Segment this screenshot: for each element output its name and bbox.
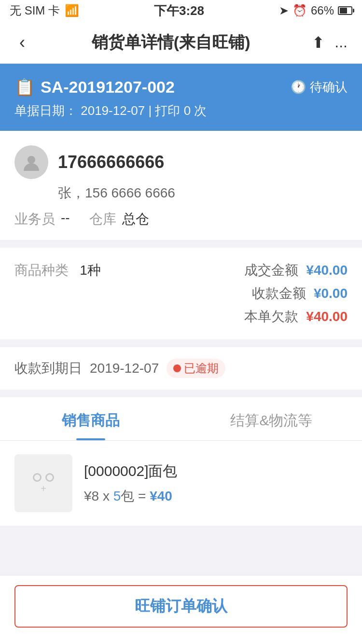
product-code: [0000002] [84, 463, 148, 479]
customer-section: 17666666666 张，156 6666 6666 业务员 -- 仓库 总仓 [0, 131, 362, 240]
clock-icon: 🕐 [291, 80, 306, 95]
customer-phone: 17666666666 [58, 152, 164, 172]
category-label: 商品种类 [14, 263, 69, 278]
order-icon: 📋 [14, 77, 35, 97]
category-value: 1种 [80, 263, 101, 278]
more-button[interactable]: ... [334, 33, 348, 51]
order-status: 🕐 待确认 [291, 79, 348, 96]
price-unit: ¥8 [84, 489, 99, 504]
battery-fill [340, 8, 347, 14]
status-bar: 无 SIM 卡 📶 下午3:28 ➤ ⏰ 66% [0, 0, 362, 21]
product-price: ¥8 x 5包 = ¥40 [84, 487, 348, 505]
owed-row: 本单欠款 ¥40.00 [244, 308, 348, 326]
owl-plus: + [41, 484, 46, 493]
receipt-label: 收款金额 [252, 284, 306, 303]
order-id-text: SA-20191207-002 [41, 78, 175, 97]
quantity: 5 [113, 489, 121, 504]
tabs-section: 销售商品 结算&物流等 [0, 397, 362, 441]
due-section: 收款到期日 2019-12-07 已逾期 [0, 347, 362, 390]
product-name-text: 面包 [148, 463, 177, 479]
customer-name: 张，156 6666 6666 [58, 184, 348, 202]
owed-amount: ¥40.00 [306, 309, 348, 324]
page-title: 销货单详情(来自旺铺) [92, 31, 251, 54]
warehouse-value: 总仓 [122, 210, 149, 228]
confirm-button[interactable]: 旺铺订单确认 [14, 585, 348, 628]
warehouse-meta: 仓库 总仓 [89, 210, 149, 228]
owl-eye-left [33, 473, 42, 482]
warehouse-label: 仓库 [89, 210, 116, 228]
date-separator: | [148, 103, 155, 118]
order-date: 2019-12-07 [81, 103, 145, 118]
back-button[interactable]: ‹ [14, 28, 30, 57]
order-header-card: 📋 SA-20191207-002 🕐 待确认 单据日期： 2019-12-07… [0, 64, 362, 131]
sales-label: 业务员 [14, 210, 55, 228]
owl-eye-right [45, 473, 54, 482]
order-date-row: 单据日期： 2019-12-07 | 打印 0 次 [14, 102, 348, 119]
battery-icon [338, 6, 352, 15]
nav-bar: ‹ 销货单详情(来自旺铺) ⬆ ... [0, 21, 362, 64]
overdue-dot [173, 364, 181, 372]
receipt-amount: ¥0.00 [314, 286, 348, 301]
tabs-row: 销售商品 结算&物流等 [0, 397, 362, 441]
transaction-label: 成交金额 [244, 261, 298, 280]
overdue-text: 已逾期 [184, 361, 219, 376]
location-icon: ➤ [279, 4, 289, 17]
multiply-sign: x [103, 489, 113, 504]
tab-settlement[interactable]: 结算&物流等 [181, 397, 362, 440]
share-button[interactable]: ⬆ [312, 33, 325, 52]
total-price: ¥40 [150, 489, 172, 504]
unit: 包 [121, 489, 134, 504]
overdue-badge: 已逾期 [167, 359, 225, 378]
order-id-row: 📋 SA-20191207-002 🕐 待确认 [14, 77, 348, 97]
sales-value: -- [61, 210, 70, 228]
tab-sales-label: 销售商品 [62, 412, 120, 428]
product-row: + [0000002]面包 ¥8 x 5包 = ¥40 [14, 454, 348, 512]
alarm-icon: ⏰ [292, 4, 307, 17]
product-info: [0000002]面包 ¥8 x 5包 = ¥40 [84, 462, 348, 505]
status-bar-time: 下午3:28 [154, 2, 204, 19]
product-name: [0000002]面包 [84, 462, 348, 481]
summary-left: 商品种类 1种 [14, 261, 101, 280]
summary-section: 商品种类 1种 成交金额 ¥40.00 收款金额 ¥0.00 本单欠款 ¥40.… [0, 248, 362, 339]
tab-sales[interactable]: 销售商品 [0, 397, 181, 440]
sales-meta: 业务员 -- [14, 210, 70, 228]
owl-logo: + [14, 454, 72, 512]
receipt-row: 收款金额 ¥0.00 [244, 284, 348, 303]
customer-meta: 业务员 -- 仓库 总仓 [14, 210, 348, 228]
svg-point-0 [28, 156, 35, 164]
equals-sign: = [138, 489, 150, 504]
print-text: 打印 0 次 [155, 103, 207, 118]
product-section: + [0000002]面包 ¥8 x 5包 = ¥40 [0, 441, 362, 526]
customer-avatar [14, 145, 48, 179]
tab-settlement-label: 结算&物流等 [230, 412, 312, 428]
transaction-row: 成交金额 ¥40.00 [244, 261, 348, 280]
nav-actions: ⬆ ... [312, 33, 348, 52]
product-thumbnail: + [14, 454, 72, 512]
summary-right: 成交金额 ¥40.00 收款金额 ¥0.00 本单欠款 ¥40.00 [244, 261, 348, 326]
owl-eyes [33, 473, 54, 482]
carrier-text: 无 SIM 卡 [10, 3, 60, 18]
due-date: 2019-12-07 [90, 361, 159, 376]
owed-label: 本单欠款 [244, 308, 298, 326]
status-bar-left: 无 SIM 卡 📶 [10, 3, 79, 18]
date-label: 单据日期： [14, 103, 77, 118]
order-id: 📋 SA-20191207-002 [14, 77, 175, 97]
status-bar-right: ➤ ⏰ 66% [279, 4, 352, 17]
customer-row: 17666666666 [14, 145, 348, 179]
bottom-bar: 旺铺订单确认 [0, 575, 362, 644]
status-text: 待确认 [310, 79, 348, 96]
due-label: 收款到期日 [14, 359, 82, 378]
wifi-icon: 📶 [65, 4, 79, 17]
battery-text: 66% [311, 4, 334, 17]
transaction-amount: ¥40.00 [306, 263, 348, 278]
